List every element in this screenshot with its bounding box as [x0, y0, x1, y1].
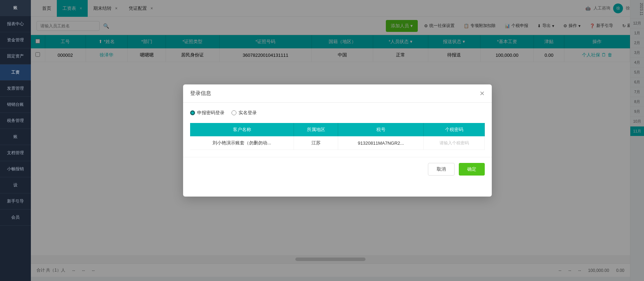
dialog-col-tax-id: 税号 — [338, 123, 424, 136]
login-dialog: 登录信息 ✕ 申报密码登录 实名登录 — [183, 84, 492, 197]
dialog-table-row: 刘小艳演示账套（勿删勿动... 江苏 91320811MA7NGR2... 请输… — [190, 136, 485, 150]
sidebar-item-fixed-assets[interactable]: 固定资产 — [0, 48, 31, 64]
sidebar-item-report-center[interactable]: 报表中心 — [0, 16, 31, 32]
sidebar-item-expense[interactable]: 小畅报销 — [0, 161, 31, 177]
sidebar-item-account[interactable]: 账 — [0, 0, 31, 16]
dialog-overlay: 登录信息 ✕ 申报密码登录 实名登录 — [31, 0, 644, 281]
dialog-col-client: 客户名称 — [190, 123, 294, 136]
dialog-footer: 取消 确定 — [183, 157, 492, 181]
sidebar-item-doc-mgmt[interactable]: 文档管理 — [0, 145, 31, 161]
dialog-col-region: 所属地区 — [294, 123, 338, 136]
dialog-body: 申报密码登录 实名登录 客户名称 所属地区 税号 个税密码 — [183, 103, 492, 157]
confirm-button[interactable]: 确定 — [459, 163, 485, 176]
sidebar-item-sales-ledger[interactable]: 销销台账 — [0, 97, 31, 113]
dialog-cell-password[interactable]: 请输入个税密码 — [424, 136, 485, 150]
main-area: 首页 工资表 × 期末结转 × 凭证配置 × 🤖 人工咨询 徐 徐泽华 🔍 添加… — [31, 0, 644, 281]
dialog-cell-tax-id: 91320811MA7NGR2... — [338, 136, 424, 150]
sidebar-item-settings[interactable]: 设 — [0, 177, 31, 193]
dialog-cell-client-name: 刘小艳演示账套（勿删勿动... — [190, 136, 294, 150]
dialog-col-password: 个税密码 — [424, 123, 485, 136]
sidebar-item-guide[interactable]: 新手引导 — [0, 193, 31, 210]
login-type-radio-group: 申报密码登录 实名登录 — [190, 110, 485, 116]
dialog-cell-region: 江苏 — [294, 136, 338, 150]
radio-realname-input[interactable] — [232, 110, 236, 115]
sidebar-item-tax-mgmt[interactable]: 税务管理 — [0, 113, 31, 129]
sidebar-item-fund-mgmt[interactable]: 资金管理 — [0, 32, 31, 48]
radio-password-input[interactable] — [190, 110, 195, 115]
radio-password-login[interactable]: 申报密码登录 — [190, 110, 224, 116]
dialog-close-button[interactable]: ✕ — [479, 90, 485, 97]
dialog-title: 登录信息 — [190, 90, 211, 97]
sidebar-item-account2[interactable]: 账 — [0, 129, 31, 145]
cancel-button[interactable]: 取消 — [428, 163, 455, 176]
sidebar: 账 报表中心 资金管理 固定资产 工资 发票管理 销销台账 税务管理 账 文档管… — [0, 0, 31, 281]
sidebar-item-member[interactable]: 会员 — [0, 210, 31, 226]
sidebar-item-invoice-mgmt[interactable]: 发票管理 — [0, 81, 31, 97]
dialog-header: 登录信息 ✕ — [183, 84, 492, 103]
dialog-client-table: 客户名称 所属地区 税号 个税密码 刘小艳演示账套（勿删勿动... 江苏 913… — [190, 123, 485, 150]
radio-realname-login[interactable]: 实名登录 — [232, 110, 257, 116]
sidebar-item-salary[interactable]: 工资 — [0, 64, 31, 81]
